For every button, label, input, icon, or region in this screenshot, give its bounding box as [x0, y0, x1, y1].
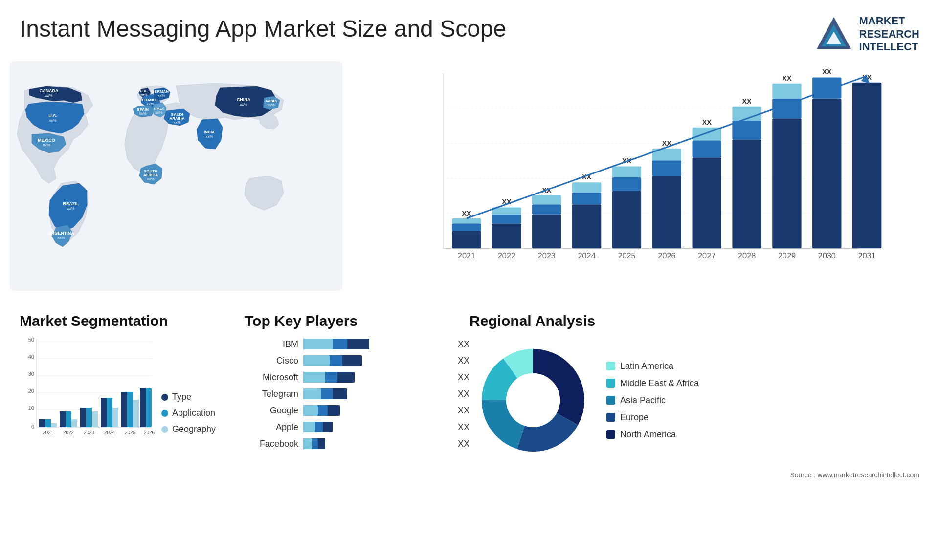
logo-icon	[814, 15, 853, 54]
player-row-cisco: Cisco XX	[245, 353, 450, 368]
svg-rect-126	[133, 400, 139, 427]
svg-text:xx%: xx%	[205, 134, 213, 139]
svg-text:2022: 2022	[63, 430, 74, 435]
svg-rect-113	[66, 411, 71, 427]
facebook-bar	[303, 436, 450, 451]
svg-rect-45	[492, 223, 521, 248]
seg-chart-area: 0 10 20 30 40 50 2021	[20, 337, 225, 449]
svg-rect-58	[612, 177, 641, 191]
svg-rect-73	[772, 118, 801, 248]
world-map: CANADA xx% U.S. xx% MEXICO xx% BRAZIL xx…	[10, 59, 342, 293]
svg-text:2029: 2029	[778, 251, 796, 260]
svg-text:xx%: xx%	[147, 177, 154, 181]
main-content: CANADA xx% U.S. xx% MEXICO xx% BRAZIL xx…	[0, 59, 939, 293]
application-dot	[161, 410, 168, 417]
svg-text:xx%: xx%	[139, 111, 146, 116]
svg-rect-57	[612, 191, 641, 249]
svg-text:xx%: xx%	[267, 103, 274, 107]
svg-text:2024: 2024	[104, 430, 115, 435]
svg-rect-128	[140, 388, 146, 427]
svg-rect-42	[452, 223, 481, 231]
middle-east-dot	[606, 379, 615, 388]
svg-rect-114	[71, 419, 77, 427]
svg-rect-124	[121, 392, 127, 427]
svg-rect-142	[303, 388, 321, 399]
header: Instant Messaging App Market Size and Sc…	[0, 0, 939, 59]
svg-rect-78	[812, 77, 841, 98]
svg-rect-117	[86, 408, 92, 427]
svg-text:XX: XX	[702, 118, 712, 126]
svg-text:xx%: xx%	[57, 236, 65, 240]
regional-content: Latin America Middle East & Africa Asia …	[470, 337, 919, 464]
svg-text:xx%: xx%	[140, 93, 147, 97]
player-row-facebook: Facebook XX	[245, 436, 450, 451]
svg-text:xx%: xx%	[173, 120, 180, 125]
europe-dot	[606, 413, 615, 422]
svg-rect-50	[532, 204, 561, 214]
svg-text:2028: 2028	[738, 251, 756, 260]
player-row-google: Google XX	[245, 403, 450, 418]
google-bar	[303, 403, 450, 418]
bottom-section: Market Segmentation 0 10 20 30 40 50	[0, 298, 939, 469]
svg-text:xx%: xx%	[67, 206, 74, 211]
svg-text:XX: XX	[822, 68, 832, 76]
svg-text:xx%: xx%	[146, 102, 154, 106]
svg-text:30: 30	[28, 371, 34, 377]
svg-text:2022: 2022	[498, 251, 515, 260]
logo-text: MARKET RESEARCH INTELLECT	[859, 15, 919, 53]
players-list: IBM XX Cisco	[245, 337, 450, 451]
svg-rect-109	[45, 419, 51, 427]
svg-rect-53	[572, 204, 601, 248]
svg-rect-133	[303, 339, 333, 349]
svg-text:2030: 2030	[818, 251, 836, 260]
svg-rect-66	[693, 140, 721, 157]
svg-text:INDIA: INDIA	[204, 130, 215, 134]
svg-text:2021: 2021	[43, 430, 54, 435]
legend-type: Type	[161, 392, 216, 402]
legend-north-america: North America	[606, 430, 699, 440]
player-row-microsoft: Microsoft XX	[245, 370, 450, 385]
svg-text:XX: XX	[462, 210, 471, 217]
apple-bar	[303, 420, 450, 434]
svg-rect-120	[101, 398, 107, 427]
microsoft-bar	[303, 370, 450, 385]
type-dot	[161, 394, 168, 401]
svg-rect-108	[39, 419, 45, 427]
svg-rect-43	[452, 218, 481, 223]
svg-text:2024: 2024	[578, 251, 595, 260]
svg-text:2023: 2023	[538, 251, 556, 260]
svg-text:BRAZIL: BRAZIL	[63, 201, 79, 206]
svg-rect-151	[303, 438, 312, 449]
svg-rect-49	[532, 215, 561, 249]
svg-text:40: 40	[28, 354, 34, 360]
svg-rect-69	[732, 139, 761, 248]
svg-text:U.S.: U.S.	[48, 113, 57, 118]
legend-europe: Europe	[606, 412, 699, 423]
svg-text:2025: 2025	[618, 251, 635, 260]
players-title: Top Key Players	[245, 313, 450, 329]
geography-dot	[161, 426, 168, 433]
legend-asia-pacific: Asia Pacific	[606, 395, 699, 406]
legend-application: Application	[161, 408, 216, 418]
svg-text:xx%: xx%	[45, 93, 52, 98]
donut-chart	[470, 337, 597, 464]
svg-rect-54	[572, 193, 601, 205]
regional-section: Regional Analysis	[470, 313, 919, 464]
cisco-bar	[303, 353, 450, 368]
svg-rect-121	[107, 398, 112, 427]
legend-geography: Geography	[161, 424, 216, 434]
svg-text:2026: 2026	[658, 251, 675, 260]
bar-chart-section: XX XX XX XX XX XX	[342, 59, 929, 293]
svg-text:XX: XX	[782, 74, 792, 82]
legend-latin-america: Latin America	[606, 361, 699, 371]
svg-text:50: 50	[28, 337, 34, 343]
svg-rect-118	[92, 411, 98, 427]
svg-point-157	[506, 373, 560, 427]
svg-text:10: 10	[28, 405, 34, 411]
svg-text:2021: 2021	[458, 251, 475, 260]
svg-text:2031: 2031	[858, 251, 875, 260]
segmentation-title: Market Segmentation	[20, 313, 225, 329]
svg-rect-59	[612, 167, 641, 178]
latin-america-dot	[606, 362, 615, 370]
svg-text:0: 0	[31, 424, 34, 430]
